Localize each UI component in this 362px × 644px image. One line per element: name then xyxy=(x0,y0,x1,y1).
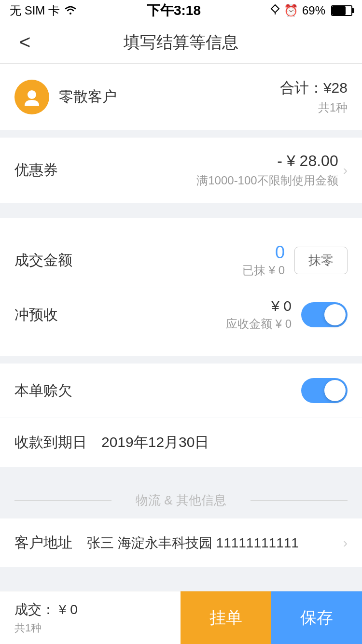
battery-icon xyxy=(331,5,352,16)
due-date-label: 收款到期日 xyxy=(14,433,87,452)
charge-toggle[interactable] xyxy=(301,302,348,327)
page-title: 填写结算等信息 xyxy=(124,31,238,54)
debit-section: 本单赊欠 xyxy=(0,364,362,418)
voucher-desc: 满1000-100不限制使用金额 xyxy=(196,173,338,188)
content: 零散客户 合计：¥28 共1种 优惠券 - ¥ 28.00 满1000-100不… xyxy=(0,64,362,625)
bottom-bar: 成交： ¥ 0 共1种 挂单 保存 xyxy=(0,591,362,644)
status-bar: 无 SIM 卡 下午3:18 ⏰ 69% xyxy=(0,0,362,21)
bottom-transaction-amount: ¥ 0 xyxy=(59,602,78,617)
svg-point-1 xyxy=(28,90,36,99)
location-icon xyxy=(270,4,280,17)
charge-row: 冲预收 ¥ 0 应收金额 ¥ 0 xyxy=(14,288,348,341)
back-button[interactable]: < xyxy=(14,27,35,58)
wifi-icon xyxy=(64,4,77,17)
bottom-transaction-label: 成交： xyxy=(14,602,55,617)
address-chevron-icon: › xyxy=(343,535,348,551)
logistics-text: 物流 & 其他信息 xyxy=(136,492,226,509)
charge-right: ¥ 0 应收金额 ¥ 0 xyxy=(226,298,348,332)
debit-label: 本单赊欠 xyxy=(14,381,72,401)
bottom-count: 共1种 xyxy=(14,621,166,635)
section-divider-1 xyxy=(0,210,362,218)
transaction-row: 成交金额 0 已抹 ¥ 0 抹零 xyxy=(14,233,348,288)
due-date-row: 收款到期日 2019年12月30日 xyxy=(14,433,348,452)
total-count: 共1种 xyxy=(280,100,348,115)
customer-avatar xyxy=(14,80,49,114)
alarm-icon: ⏰ xyxy=(284,4,298,17)
address-label: 客户地址 xyxy=(14,533,72,553)
bottom-transaction: 成交： ¥ 0 xyxy=(14,601,166,619)
due-date-section: 收款到期日 2019年12月30日 xyxy=(0,418,362,467)
logistics-divider: 物流 & 其他信息 xyxy=(0,482,362,518)
transaction-right: 0 已抹 ¥ 0 抹零 xyxy=(242,242,348,278)
voucher-right: - ¥ 28.00 满1000-100不限制使用金额 › xyxy=(196,152,348,188)
debit-toggle[interactable] xyxy=(301,378,348,403)
transaction-section: 成交金额 0 已抹 ¥ 0 抹零 冲预收 ¥ 0 应收金额 ¥ 0 xyxy=(0,218,362,356)
charge-info: ¥ 0 应收金额 ¥ 0 xyxy=(226,298,292,332)
voucher-amount: - ¥ 28.00 xyxy=(196,152,338,170)
battery-percent: 69% xyxy=(302,4,325,17)
logistics-line-right xyxy=(251,500,348,501)
address-section[interactable]: 客户地址 张三 海淀永丰科技园 11111111111 › xyxy=(0,518,362,567)
section-divider-3 xyxy=(0,467,362,475)
voucher-info: - ¥ 28.00 满1000-100不限制使用金额 xyxy=(196,152,338,188)
charge-amount: ¥ 0 xyxy=(226,298,292,314)
charge-label: 冲预收 xyxy=(14,305,58,325)
status-right: ⏰ 69% xyxy=(270,4,352,17)
transaction-amount: 0 xyxy=(275,242,285,262)
customer-total: 合计：¥28 共1种 xyxy=(280,78,348,115)
save-button[interactable]: 保存 xyxy=(271,591,362,644)
chevron-right-icon: › xyxy=(343,163,348,178)
section-divider-2 xyxy=(0,356,362,364)
transaction-label: 成交金额 xyxy=(14,251,72,270)
logistics-line-left xyxy=(14,500,111,501)
rounded-info: 已抹 ¥ 0 xyxy=(242,263,285,278)
voucher-section[interactable]: 优惠券 - ¥ 28.00 满1000-100不限制使用金额 › xyxy=(0,138,362,203)
customer-section: 零散客户 合计：¥28 共1种 xyxy=(0,64,362,130)
voucher-label: 优惠券 xyxy=(14,160,58,180)
carrier-text: 无 SIM 卡 xyxy=(10,3,60,18)
customer-left: 零散客户 xyxy=(14,80,117,114)
nav-bar: < 填写结算等信息 xyxy=(0,21,362,64)
customer-name: 零散客户 xyxy=(59,87,117,107)
status-left: 无 SIM 卡 xyxy=(10,3,77,18)
bottom-info: 成交： ¥ 0 共1种 xyxy=(0,601,181,635)
due-date-value: 2019年12月30日 xyxy=(101,433,209,452)
total-amount: 合计：¥28 xyxy=(280,78,348,98)
charge-sub: 应收金额 ¥ 0 xyxy=(226,316,292,332)
round-zero-button[interactable]: 抹零 xyxy=(294,247,348,274)
address-value: 张三 海淀永丰科技园 11111111111 xyxy=(87,534,343,552)
hold-button[interactable]: 挂单 xyxy=(181,591,271,644)
status-time: 下午3:18 xyxy=(147,1,201,20)
